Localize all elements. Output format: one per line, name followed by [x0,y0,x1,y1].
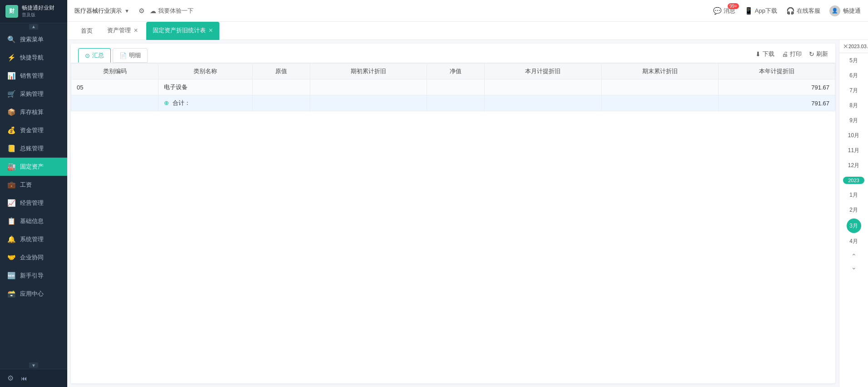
download-button[interactable]: ⬇ 下载 [755,50,774,58]
download-icon: ⬇ [755,50,761,58]
sidebar-label-fixed-assets: 固定资产 [20,163,44,171]
date-9[interactable]: 9月 [839,113,868,128]
month-12[interactable]: 12月 [846,159,861,172]
fixed-assets-icon: 🏭 [7,163,15,171]
online-service-button[interactable]: 🎧 在线客服 [786,7,820,15]
message-button[interactable]: 💬 消息 99+ [713,7,735,15]
purchase-icon: 🛒 [7,90,15,98]
date-1[interactable]: 1月 [839,188,868,203]
main-area: 医疗器械行业演示 ▼ ⚙ ☁ 我要体验一下 💬 消息 99+ 📱 App下载 🎧… [67,0,868,387]
date-7[interactable]: 7月 [839,83,868,98]
refresh-button[interactable]: ↻ 刷新 [809,50,828,58]
tab-home[interactable]: 首页 [74,22,99,40]
year-badge-container: 2023 [839,173,868,188]
collapse-icon[interactable]: ⏮ [21,375,27,382]
sidebar-item-quick-nav[interactable]: ⚡ 快捷导航 [0,49,67,67]
sidebar-item-ledger[interactable]: 📒 总账管理 [0,139,67,158]
tab-fixed-asset-report-close[interactable]: ✕ [208,27,213,34]
sidebar-label-app-center: 应用中心 [20,290,44,298]
user-menu[interactable]: 👤 畅捷通 [829,5,861,16]
date-nav-up[interactable]: ⌃ [839,251,868,262]
tab-home-label: 首页 [81,27,93,35]
detail-tab-icon: 📄 [119,52,127,59]
sidebar-item-enterprise[interactable]: 🤝 企业协同 [0,248,67,267]
app-download-button[interactable]: 📱 App下载 [744,7,777,15]
col-code: 类别编码 [71,64,159,79]
col-annual-dep: 本年计提折旧 [718,64,835,79]
subtab-detail[interactable]: 📄 明细 [113,48,148,63]
topbar-gear-icon[interactable]: ⚙ [139,7,144,15]
right-panel-close-icon[interactable]: ✕ [843,43,848,50]
sidebar-item-inventory[interactable]: 📦 库存核算 [0,103,67,121]
date-8[interactable]: 8月 [839,98,868,113]
month-3-selected[interactable]: 3月 [847,218,861,233]
print-button[interactable]: 🖨 打印 [782,50,802,58]
date-3[interactable]: 3月 [839,218,868,234]
sidebar-item-payroll[interactable]: 💼 工资 [0,176,67,194]
depreciation-table: 类别编码 类别名称 原值 期初累计折旧 净值 本月计提折旧 期末累计折旧 本年计… [71,63,835,111]
sidebar-item-finance[interactable]: 💰 资金管理 [0,121,67,139]
logo-sub: 普及版 [22,12,55,18]
sidebar-item-guide[interactable]: 🆕 新手引导 [0,267,67,285]
date-5[interactable]: 5月 [839,53,868,68]
sidebar-item-operations[interactable]: 📈 经营管理 [0,194,67,212]
row-original-value [252,79,310,95]
sidebar-item-basic-info[interactable]: 📋 基础信息 [0,212,67,230]
month-8[interactable]: 8月 [848,99,860,112]
total-text: 合计： [173,99,190,106]
date-nav-down[interactable]: ⌄ [839,262,868,273]
total-original-value [252,95,310,111]
sidebar-scroll-down[interactable]: ▼ [29,362,38,368]
user-avatar: 👤 [829,5,840,16]
col-original-value: 原值 [252,64,310,79]
month-7[interactable]: 7月 [848,84,860,97]
subtab-bar: ⊙ 汇总 📄 明细 ⬇ 下载 🖨 打印 [71,44,835,63]
date-10[interactable]: 10月 [839,128,868,143]
tab-fixed-asset-report-label: 固定资产折旧统计表 [153,26,206,35]
company-dropdown-icon[interactable]: ▼ [124,8,129,14]
month-2[interactable]: 2月 [848,203,860,217]
month-1[interactable]: 1月 [848,189,860,202]
tab-asset-mgmt[interactable]: 资产管理 ✕ [101,22,144,40]
tab-asset-mgmt-close[interactable]: ✕ [134,27,138,34]
subtab-summary[interactable]: ⊙ 汇总 [78,48,111,63]
settings-icon[interactable]: ⚙ [7,374,14,382]
month-4[interactable]: 4月 [848,235,860,248]
row-monthly-dep [485,79,601,95]
message-icon: 💬 [713,7,722,15]
right-panel: ✕ 2023.03 ⤢ 5月 6月 7月 8月 9月 [839,40,868,387]
logo-text: 畅捷通好业财 [22,5,55,12]
sidebar-item-search[interactable]: 🔍 搜索菜单 [0,30,67,49]
tab-fixed-asset-report[interactable]: 固定资产折旧统计表 ✕ [146,22,219,40]
operations-icon: 📈 [7,199,15,207]
date-11[interactable]: 11月 [839,143,868,158]
tab-asset-mgmt-label: 资产管理 [107,26,131,35]
date-6[interactable]: 6月 [839,68,868,83]
sidebar-item-fixed-assets[interactable]: 🏭 固定资产 [0,158,67,176]
month-6[interactable]: 6月 [848,69,860,82]
month-5[interactable]: 5月 [848,54,860,67]
col-monthly-dep: 本月计提折旧 [485,64,601,79]
row-initial-dep [310,79,427,95]
ledger-icon: 📒 [7,144,15,153]
company-selector[interactable]: 医疗器械行业演示 ▼ [74,7,129,15]
month-9[interactable]: 9月 [848,114,860,127]
download-icon: 📱 [744,7,753,15]
sidebar-item-app-center[interactable]: 🗃️ 应用中心 [0,285,67,303]
sidebar-scroll-up[interactable]: ▲ [29,24,38,30]
date-4[interactable]: 4月 [839,234,868,249]
sidebar-label-search: 搜索菜单 [20,35,44,44]
sidebar-item-sales[interactable]: 📊 销售管理 [0,67,67,85]
date-12[interactable]: 12月 [839,158,868,173]
year-badge[interactable]: 2023 [843,177,864,184]
sidebar-item-system[interactable]: 🔔 系统管理 [0,230,67,248]
sidebar-label-finance: 资金管理 [20,126,44,134]
col-name: 类别名称 [159,64,252,79]
total-period-end-dep [601,95,718,111]
experience-button[interactable]: ☁ 我要体验一下 [150,7,193,15]
date-2[interactable]: 2月 [839,203,868,218]
month-10[interactable]: 10月 [846,129,861,142]
sidebar-label-enterprise: 企业协同 [20,253,44,262]
month-11[interactable]: 11月 [846,144,861,157]
sidebar-item-purchase[interactable]: 🛒 采购管理 [0,85,67,103]
